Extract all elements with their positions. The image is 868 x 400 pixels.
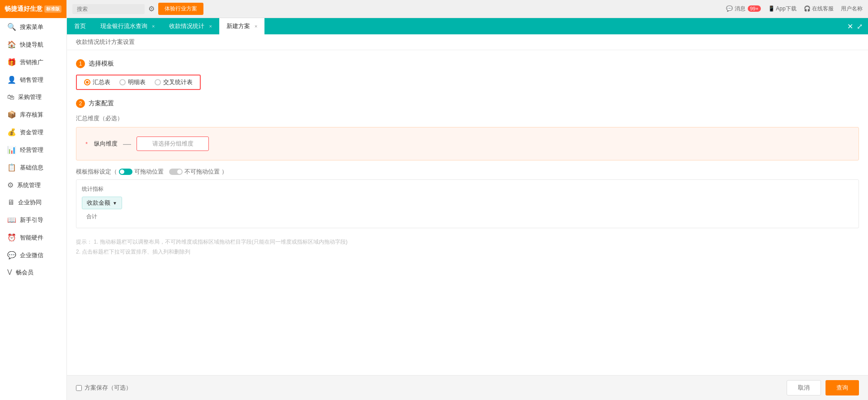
sidebar-item-cooperation[interactable]: 🖥 企业协同 xyxy=(0,194,66,211)
arrow-icon: — xyxy=(123,139,131,149)
member-icon: V xyxy=(7,268,12,277)
radio-summary-circle xyxy=(84,79,90,85)
sidebar-item-sales[interactable]: 👤 销售管理 xyxy=(0,71,66,89)
message-link[interactable]: 💬 消息 99+ xyxy=(726,5,760,13)
sidebar-item-purchase[interactable]: 🛍 采购管理 xyxy=(0,89,66,106)
step2-block: 2 方案配置 汇总维度（必选） * 纵向维度 — 请选择分组维度 模板指标设定（ xyxy=(76,99,859,257)
save-option: 方案保存（可选） xyxy=(76,384,132,392)
save-checkbox[interactable] xyxy=(76,385,82,391)
sidebar-item-system[interactable]: ⚙ 系统管理 xyxy=(0,176,66,194)
tab-bar: 首页 现金银行流水查询 × 收款情况统计 × 新建方案 × ✕ ⤢ xyxy=(67,18,868,34)
bottom-bar: 方案保存（可选） 取消 查询 xyxy=(67,375,868,400)
sidebar-item-finance[interactable]: 💰 资金管理 xyxy=(0,123,66,141)
step1-title: 1 选择模板 xyxy=(76,59,859,68)
query-button[interactable]: 查询 xyxy=(826,380,859,395)
radio-cross-circle xyxy=(155,79,161,85)
sidebar-item-label: 智能硬件 xyxy=(20,234,43,242)
book-icon: 📖 xyxy=(7,216,16,224)
dropdown-icon: ▼ xyxy=(113,201,117,206)
online-service-link[interactable]: 🎧 在线客服 xyxy=(804,5,834,13)
radio-summary-label: 汇总表 xyxy=(93,78,110,86)
sidebar-item-quick-nav[interactable]: 🏠 快捷导航 xyxy=(0,36,66,53)
close-bank-tab[interactable]: × xyxy=(152,24,155,29)
form-area: 1 选择模板 汇总表 明细表 交叉统计表 xyxy=(67,50,868,375)
sidebar-item-marketing[interactable]: 🎁 营销推广 xyxy=(0,53,66,71)
indicator-section: 统计指标 收款金额 ▼ 合计 xyxy=(76,179,859,228)
content-area: 收款情况统计方案设置 1 选择模板 汇总表 明细表 xyxy=(67,34,868,400)
tab-home[interactable]: 首页 xyxy=(67,18,93,34)
sidebar-item-inventory[interactable]: 📦 库存核算 xyxy=(0,106,66,123)
gear-icon[interactable]: ⚙ xyxy=(148,5,155,13)
topbar-left: ⚙ 体验行业方案 xyxy=(72,3,203,15)
sidebar-item-member[interactable]: V 畅会员 xyxy=(0,264,66,281)
template-radio-group: 汇总表 明细表 交叉统计表 xyxy=(76,75,201,90)
hints-area: 提示： 1. 拖动标题栏可以调整布局，不可跨维度或指标区域拖动栏目字段(只能在同… xyxy=(76,237,859,257)
dimension-area: * 纵向维度 — 请选择分组维度 xyxy=(76,127,859,160)
topbar-right: 💬 消息 99+ 📱 App下载 🎧 在线客服 用户名称 xyxy=(726,5,863,13)
radio-summary[interactable]: 汇总表 xyxy=(84,78,110,86)
app-download-link[interactable]: 📱 App下载 xyxy=(768,5,797,13)
sidebar: 畅捷通好生意 标准版 🔍 搜索菜单 🏠 快捷导航 🎁 营销推广 👤 销售管理 🛍… xyxy=(0,0,67,400)
window-controls: ✕ ⤢ xyxy=(842,22,868,31)
maximize-window-icon[interactable]: ⤢ xyxy=(857,22,863,31)
vertical-dim-label: 纵向维度 xyxy=(94,140,118,148)
bottom-buttons: 取消 查询 xyxy=(787,380,859,395)
tab-collection[interactable]: 收款情况统计 × xyxy=(162,18,219,34)
step1-num: 1 xyxy=(76,59,85,68)
sidebar-item-guide[interactable]: 📖 新手引导 xyxy=(0,211,66,229)
settings-icon: ⚙ xyxy=(7,181,14,189)
purchase-icon: 🛍 xyxy=(7,93,14,101)
step2-num: 2 xyxy=(76,99,85,108)
version-badge: 标准版 xyxy=(44,5,61,13)
sidebar-item-label: 资金管理 xyxy=(20,128,43,136)
sidebar-logo: 畅捷通好生意 标准版 xyxy=(0,0,66,18)
close-collection-tab[interactable]: × xyxy=(209,24,212,29)
radio-cross-label: 交叉统计表 xyxy=(163,78,193,86)
search-icon: 🔍 xyxy=(7,23,16,31)
sidebar-item-label: 系统管理 xyxy=(17,181,41,189)
indicator-setting-label: 模板指标设定（ 可拖动位置 不可拖动位置 ） xyxy=(76,168,859,176)
indicator-sub-total: 合计 xyxy=(82,211,853,222)
hint-line1: 提示： 1. 拖动标题栏可以调整布局，不可跨维度或指标区域拖动栏目字段(只能在同… xyxy=(76,237,859,247)
radio-detail-label: 明细表 xyxy=(128,78,146,86)
sidebar-item-label: 销售管理 xyxy=(20,76,43,84)
tab-bank[interactable]: 现金银行流水查询 × xyxy=(93,18,162,34)
radio-detail-circle xyxy=(119,79,126,85)
dimension-section-label: 汇总维度（必选） xyxy=(76,114,859,122)
step1-label: 选择模板 xyxy=(89,60,114,68)
page-header: 收款情况统计方案设置 xyxy=(67,34,868,50)
chart-icon: 📊 xyxy=(7,146,16,154)
non-draggable-indicator: 不可拖动位置 xyxy=(169,168,220,176)
cancel-button[interactable]: 取消 xyxy=(787,380,821,395)
sidebar-item-operation[interactable]: 📊 经营管理 xyxy=(0,141,66,159)
step1-block: 1 选择模板 汇总表 明细表 交叉统计表 xyxy=(76,59,859,90)
dim-select-button[interactable]: 请选择分组维度 xyxy=(137,136,209,151)
close-window-icon[interactable]: ✕ xyxy=(847,22,853,31)
draggable-indicator: 可拖动位置 xyxy=(119,168,164,176)
step2-title: 2 方案配置 xyxy=(76,99,859,108)
sidebar-item-basic[interactable]: 📋 基础信息 xyxy=(0,159,66,176)
sidebar-item-label: 搜索菜单 xyxy=(20,23,43,31)
industry-btn[interactable]: 体验行业方案 xyxy=(158,3,203,15)
sidebar-item-label: 库存核算 xyxy=(20,111,43,119)
tab-new-plan[interactable]: 新建方案 × xyxy=(219,18,264,34)
chat-icon: 💬 xyxy=(7,251,16,259)
radio-detail[interactable]: 明细表 xyxy=(119,78,146,86)
required-asterisk: * xyxy=(85,141,88,147)
sidebar-item-search[interactable]: 🔍 搜索菜单 xyxy=(0,18,66,36)
message-badge: 99+ xyxy=(748,5,761,12)
indicator-tag-amount[interactable]: 收款金额 ▼ xyxy=(82,197,122,209)
dimension-row: * 纵向维度 — 请选择分组维度 xyxy=(85,136,849,151)
sidebar-item-label: 经营管理 xyxy=(20,146,43,154)
gift-icon: 🎁 xyxy=(7,58,16,66)
username-display: 用户名称 xyxy=(841,5,863,13)
sidebar-item-label: 基础信息 xyxy=(20,164,43,172)
search-input[interactable] xyxy=(72,4,145,14)
topbar: ⚙ 体验行业方案 💬 消息 99+ 📱 App下载 🎧 在线客服 用户名称 xyxy=(67,0,868,18)
sidebar-item-wechat[interactable]: 💬 企业微信 xyxy=(0,246,66,264)
stat-indicator-title: 统计指标 xyxy=(82,185,853,193)
radio-cross[interactable]: 交叉统计表 xyxy=(155,78,193,86)
sidebar-item-hardware[interactable]: ⏰ 智能硬件 xyxy=(0,229,66,246)
close-new-plan-tab[interactable]: × xyxy=(255,24,257,29)
logo-text: 畅捷通好生意 xyxy=(5,5,42,13)
